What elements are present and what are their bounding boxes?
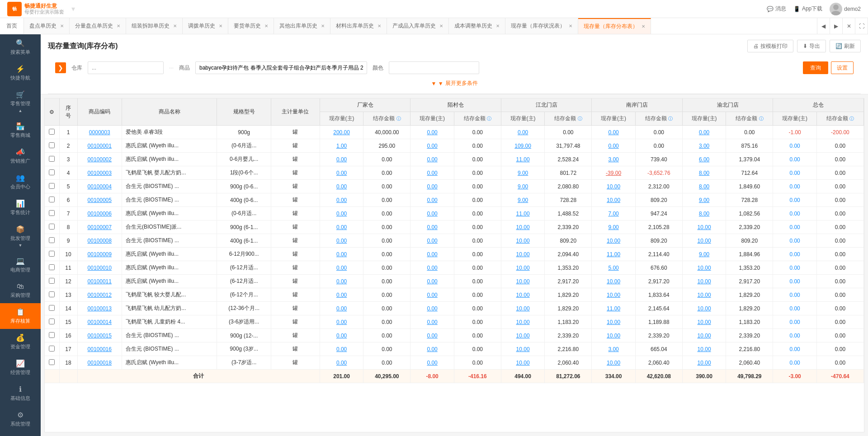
row-checkbox[interactable] (49, 319, 55, 324)
jb-amt-header: 结存金额 ⓘ (545, 112, 592, 126)
row-checkbox[interactable] (49, 278, 55, 284)
row-checkbox[interactable] (49, 251, 55, 257)
row-checkbox[interactable] (49, 332, 55, 338)
page-title: 现存量查询(库存分布) (48, 42, 118, 51)
tab-stock-status[interactable]: 现存量（库存状况表） ✕ (505, 18, 578, 34)
sidebar-item-corp[interactable]: 🤝 企业协同 (0, 432, 41, 436)
tab-close-icon[interactable]: ✕ (264, 23, 268, 28)
row-checkbox[interactable] (49, 129, 55, 135)
tab-inventory-count[interactable]: 盘点单历史 ✕ (24, 18, 70, 34)
refresh-btn[interactable]: 🔄 刷新 (830, 40, 861, 52)
tab-close-icon[interactable]: ✕ (642, 24, 645, 29)
tab-close-icon[interactable]: ✕ (496, 23, 500, 28)
row-checkbox[interactable] (49, 237, 55, 243)
user-menu[interactable]: demo2 (830, 3, 861, 15)
sidebar-item-retail-stats[interactable]: 📊 零售统计 (0, 195, 41, 220)
row-check[interactable] (45, 302, 59, 315)
tab-requisition[interactable]: 要货单历史 ✕ (228, 18, 274, 34)
row-check[interactable] (45, 193, 59, 207)
sidebar-item-ops[interactable]: 📈 经营管理 (0, 355, 41, 380)
tab-allocation[interactable]: 调拨单历史 ✕ (183, 18, 228, 34)
row-check[interactable] (45, 207, 59, 220)
tab-close-icon[interactable]: ✕ (117, 23, 120, 28)
row-checkbox[interactable] (49, 183, 55, 189)
sidebar-item-wholesale[interactable]: 📦 批发管理 ▼ (0, 220, 41, 252)
row-check[interactable] (45, 180, 59, 193)
row-check[interactable] (45, 126, 59, 139)
print-btn[interactable]: 🖨 按模板打印 (747, 40, 793, 52)
tab-stock-dist[interactable]: 现存量（库存分布表） ✕ (578, 18, 651, 34)
product-input[interactable] (195, 61, 367, 74)
sidebar-item-mall[interactable]: 🏪 零售商城 (0, 117, 41, 143)
tab-maximize-btn[interactable]: ⛶ (855, 18, 868, 34)
tab-next-btn[interactable]: ▶ (830, 18, 843, 34)
tab-close-icon[interactable]: ✕ (569, 23, 572, 28)
sidebar-item-inventory[interactable]: 📋 库存核算 (0, 303, 41, 329)
dropdown-icon[interactable]: ▾ (71, 5, 75, 13)
row-check[interactable] (45, 261, 59, 275)
row-checkbox[interactable] (49, 291, 55, 297)
sidebar-item-search[interactable]: 🔍 搜索英单 (0, 34, 41, 60)
row-checkbox[interactable] (49, 169, 55, 175)
tab-close-all-btn[interactable]: ✕ (843, 18, 855, 34)
sidebar-item-basic[interactable]: ℹ 基础信息 (0, 380, 41, 406)
tab-material-out[interactable]: 材料出库单历史 ✕ (330, 18, 387, 34)
tab-other-out[interactable]: 其他出库单历史 ✕ (274, 18, 330, 34)
row-checkbox[interactable] (49, 197, 55, 202)
app-download-btn[interactable]: 📱 App下载 (793, 5, 822, 13)
row-check[interactable] (45, 153, 59, 166)
tab-close-icon[interactable]: ✕ (377, 23, 381, 28)
sidebar-item-nav[interactable]: ⚡ 快捷导航 (0, 60, 41, 86)
warehouse-input[interactable] (88, 61, 164, 74)
row-checkbox[interactable] (49, 346, 55, 352)
sidebar-item-ecommerce[interactable]: 💻 电商管理 (0, 252, 41, 278)
row-check[interactable] (45, 220, 59, 234)
filter-toggle-btn[interactable]: ❯ (55, 62, 66, 73)
row-checkbox[interactable] (49, 142, 55, 148)
search-btn[interactable]: 查询 (803, 61, 828, 74)
row-check[interactable] (45, 329, 59, 342)
row-checkbox[interactable] (49, 224, 55, 230)
tab-product-in[interactable]: 产成品入库单历史 ✕ (387, 18, 449, 34)
row-check[interactable] (45, 288, 59, 302)
sum-f-qty: 201.00 (320, 370, 363, 383)
tab-cost-adjust[interactable]: 成本调整单历史 ✕ (449, 18, 505, 34)
gear-header[interactable]: ⚙ (45, 98, 59, 126)
message-btn[interactable]: 💬 消息 (767, 5, 786, 13)
print-icon: 🖨 (753, 43, 759, 49)
tab-close-icon[interactable]: ✕ (321, 23, 325, 28)
tab-home[interactable]: 首页 (0, 18, 24, 34)
expand-btn[interactable]: ▼ ▼ 展开更多条件 (431, 80, 477, 87)
row-f-qty: 0.00 (320, 356, 363, 370)
setting-btn[interactable]: 设置 (831, 61, 854, 74)
sidebar-item-finance[interactable]: 💰 资金管理 (0, 329, 41, 355)
row-check[interactable] (45, 234, 59, 248)
sidebar-item-retail-mgmt[interactable]: 🛒 零售管理 ▲ (0, 86, 41, 117)
row-check[interactable] (45, 139, 59, 153)
sidebar-item-member[interactable]: 👥 会员中心 (0, 169, 41, 195)
row-check[interactable] (45, 342, 59, 356)
tab-close-icon[interactable]: ✕ (219, 23, 222, 28)
tab-close-icon[interactable]: ✕ (60, 23, 64, 28)
row-check[interactable] (45, 166, 59, 180)
row-checkbox[interactable] (49, 359, 55, 365)
row-checkbox[interactable] (49, 305, 55, 311)
row-check[interactable] (45, 315, 59, 329)
export-btn[interactable]: ⬇ 导出 (797, 40, 826, 52)
sidebar-item-system[interactable]: ⚙ 系统管理 (0, 406, 41, 432)
row-check[interactable] (45, 356, 59, 370)
color-input[interactable] (389, 61, 479, 74)
sidebar-item-purchase[interactable]: 🛍 采购管理 (0, 278, 41, 303)
tab-close-icon[interactable]: ✕ (439, 23, 443, 28)
row-check[interactable] (45, 275, 59, 288)
sidebar-item-marketing[interactable]: 📣 营销推广 (0, 143, 41, 169)
tab-prev-btn[interactable]: ◀ (817, 18, 830, 34)
row-check[interactable] (45, 248, 59, 261)
tab-close-icon[interactable]: ✕ (173, 23, 177, 28)
tab-assemble[interactable]: 组装拆卸单历史 ✕ (126, 18, 183, 34)
row-checkbox[interactable] (49, 210, 55, 216)
row-f-qty: 0.00 (320, 220, 363, 234)
row-checkbox[interactable] (49, 264, 55, 270)
tab-split-count[interactable]: 分量盘点单历史 ✕ (70, 18, 126, 34)
row-checkbox[interactable] (49, 156, 55, 162)
